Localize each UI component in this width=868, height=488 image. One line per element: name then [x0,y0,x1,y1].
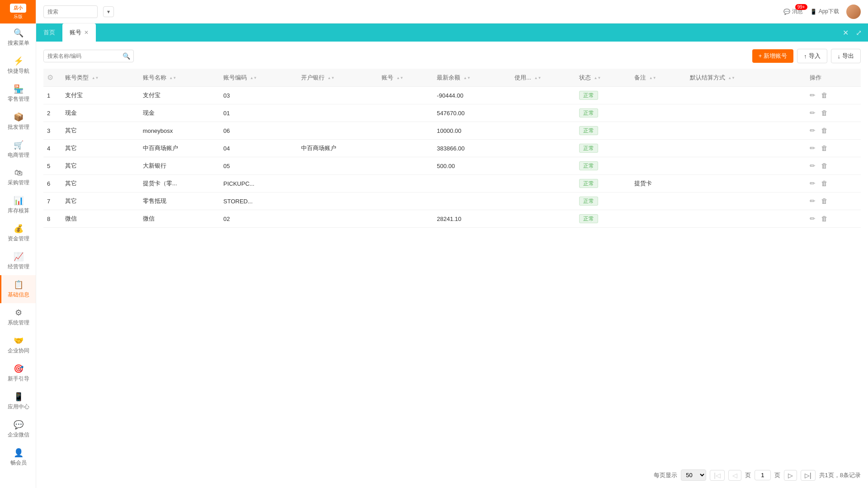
delete-icon[interactable]: 🗑 [821,127,828,134]
tab-account[interactable]: 账号 ✕ [62,23,96,42]
cell-action: ✏ 🗑 [806,104,861,122]
sidebar: 店小 乐版 🔍 搜索菜单 ⚡ 快捷导航 🏪 零售管理 📦 批发管理 🛒 电商管理… [0,0,36,488]
add-account-button[interactable]: + 新增账号 [752,49,793,63]
cell-default-payment [686,210,807,228]
sidebar-item-wholesale[interactable]: 📦 批发管理 [0,108,36,136]
th-status[interactable]: 状态 ▲▼ [576,69,631,87]
message-button[interactable]: 💬 消息 99+ [783,8,803,15]
sidebar-item-system[interactable]: ⚙ 系统管理 [0,303,36,331]
pagination: 每页显示 50 20 100 |◁ ◁ 页 页 ▷ ▷| 共1页，8条记录 [43,462,861,481]
page-content: 🔍 + 新增账号 ↑ 导入 ↓ 导出 [36,42,868,488]
sidebar-item-purchase[interactable]: 🛍 采购管理 [0,164,36,191]
cell-action: ✏ 🗑 [806,175,861,192]
search-input[interactable] [44,51,119,61]
per-page-select[interactable]: 50 20 100 [681,469,706,481]
retail-icon: 🏪 [14,84,24,94]
sidebar-item-retail[interactable]: 🏪 零售管理 [0,80,36,108]
tab-home[interactable]: 首页 [36,23,62,42]
th-usage[interactable]: 使用... ▲▼ [511,69,576,87]
sidebar-item-search[interactable]: 🔍 搜索菜单 [0,23,36,52]
sidebar-item-app-center[interactable]: 📱 应用中心 [0,387,36,415]
sort-status-icon: ▲▼ [594,76,601,80]
wholesale-icon: 📦 [14,112,24,122]
sidebar-item-guide[interactable]: 🎯 新手引导 [0,359,36,387]
tab-expand-icon[interactable]: ⤢ [853,28,864,38]
tab-close-icon[interactable]: ✕ [84,30,89,35]
delete-icon[interactable]: 🗑 [821,144,828,152]
sidebar-item-member[interactable]: 👤 畅会员 [0,443,36,471]
page-input[interactable] [755,470,771,480]
export-icon: ↓ [838,53,841,60]
col-bank-label: 开户银行 [301,74,325,81]
sidebar-item-basic-info[interactable]: 📋 基础信息 [0,275,36,303]
delete-icon[interactable]: 🗑 [821,179,828,187]
cell-account [378,157,433,175]
th-remark[interactable]: 备注 ▲▼ [631,69,686,87]
th-bank[interactable]: 开户银行 ▲▼ [297,69,378,87]
sidebar-item-ecommerce[interactable]: 🛒 电商管理 [0,136,36,164]
cell-type: 其它 [61,122,139,140]
delete-icon[interactable]: 🗑 [821,162,828,169]
search-icon[interactable]: 🔍 [119,50,134,62]
sidebar-item-inventory[interactable]: 📊 库存核算 [0,191,36,219]
th-type[interactable]: 账号类型 ▲▼ [61,69,139,87]
edit-icon[interactable]: ✏ [810,179,816,187]
quick-nav-icon: ⚡ [14,56,24,66]
edit-icon[interactable]: ✏ [810,144,816,152]
cell-balance: 10000.00 [433,122,511,140]
header-dropdown[interactable]: ▾ [103,6,114,17]
cell-type: 其它 [61,157,139,175]
th-default-payment[interactable]: 默认结算方式 ▲▼ [686,69,807,87]
cell-type: 微信 [61,210,139,228]
cell-type: 其它 [61,192,139,210]
tab-close-all-icon[interactable]: ✕ [840,28,851,38]
sidebar-item-enterprise-wechat[interactable]: 💬 企业微信 [0,415,36,443]
edit-icon[interactable]: ✏ [810,127,816,134]
th-name[interactable]: 账号名称 ▲▼ [139,69,220,87]
basic-info-icon: 📋 [14,280,24,290]
cell-no: 6 [43,175,61,192]
th-settings[interactable]: ⚙ [43,69,61,87]
delete-icon[interactable]: 🗑 [821,197,828,205]
app-logo: 店小 乐版 [0,0,36,23]
prev-page-button[interactable]: ◁ [728,470,741,481]
edit-icon[interactable]: ✏ [810,197,816,205]
col-status-label: 状态 [579,74,591,81]
import-button[interactable]: ↑ 导入 [797,49,827,63]
th-balance[interactable]: 最新余额 ▲▼ [433,69,511,87]
edit-icon[interactable]: ✏ [810,162,816,169]
export-button[interactable]: ↓ 导出 [831,49,861,63]
delete-icon[interactable]: 🗑 [821,215,828,222]
sidebar-item-quick-nav[interactable]: ⚡ 快捷导航 [0,52,36,80]
delete-icon[interactable]: 🗑 [821,109,828,117]
th-account[interactable]: 账号 ▲▼ [378,69,433,87]
col-name-label: 账号名称 [143,74,166,81]
app-download-button[interactable]: 📱 App下载 [810,8,839,15]
next-page-button[interactable]: ▷ [784,470,797,481]
cell-default-payment [686,122,807,140]
user-avatar[interactable] [846,5,861,19]
last-page-button[interactable]: ▷| [801,470,816,481]
sidebar-label-search: 搜索菜单 [8,39,29,47]
first-page-button[interactable]: |◁ [710,470,725,481]
sidebar-item-finance[interactable]: 💰 资金管理 [0,219,36,247]
sidebar-label-finance: 资金管理 [8,235,29,243]
sidebar-item-operations[interactable]: 📈 经营管理 [0,247,36,275]
th-code[interactable]: 账号编码 ▲▼ [220,69,297,87]
edit-icon[interactable]: ✏ [810,215,816,222]
cell-status: 正常 [576,140,631,157]
cell-status: 正常 [576,104,631,122]
cell-bank: 中百商场账户 [297,140,378,157]
edit-icon[interactable]: ✏ [810,109,816,117]
ecommerce-icon: 🛒 [14,140,24,150]
delete-icon[interactable]: 🗑 [821,91,828,99]
cell-status: 正常 [576,87,631,104]
guide-icon: 🎯 [14,364,24,374]
search-wrap: 🔍 [43,50,134,62]
sidebar-item-agreement[interactable]: 🤝 企业协同 [0,331,36,359]
cell-code: 02 [220,210,297,228]
cell-default-payment [686,175,807,192]
header-search-input[interactable] [43,5,98,18]
edit-icon[interactable]: ✏ [810,91,816,99]
status-badge: 正常 [579,144,598,153]
